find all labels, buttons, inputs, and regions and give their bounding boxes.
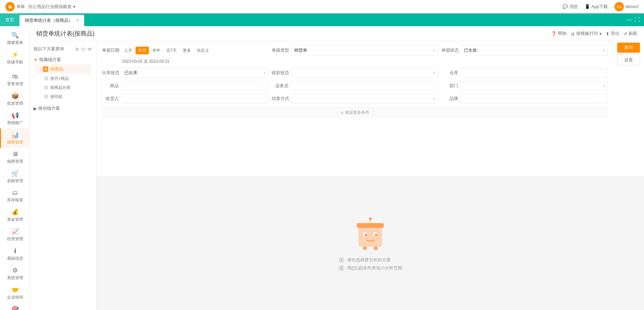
warehouse-control[interactable]: ··· <box>460 68 608 78</box>
sidebar-item-business[interactable]: 📈 经营管理 <box>0 225 29 245</box>
filter-receivestatus-field: 收款状态 ▾ <box>272 68 438 78</box>
scheme-item-driver[interactable]: 回 按司机 <box>34 92 92 101</box>
dept-control[interactable]: ▾ <box>460 81 608 91</box>
sidebar-marketing-label: 营销推广 <box>7 120 23 126</box>
scheme-category-pc-header[interactable]: ▼ 电脑端方案 <box>34 55 92 64</box>
date-label: 单据日期 <box>102 47 119 53</box>
export-button[interactable]: ⬆ 导出 <box>606 31 620 37</box>
inventory-icon: 🗂 <box>12 189 18 196</box>
tab-close-icon[interactable]: × <box>76 18 79 23</box>
help-button[interactable]: ❓ 帮助 <box>551 31 567 37</box>
date-control-group: 上月 本月 本年 近7天 更多 自定义 <box>121 47 268 54</box>
date-tab-this-year[interactable]: 本年 <box>150 47 163 54</box>
scheme-settings-icon[interactable]: ⊙ <box>81 46 85 52</box>
user-menu[interactable]: Ea demo2 <box>614 2 639 11</box>
outstatus-label: 出库状态 <box>102 70 119 76</box>
sidebar-purchase-label: 采购管理 <box>7 178 23 184</box>
logo-text: 标版 <box>17 4 25 9</box>
page-actions: ❓ 帮助 🖨 按模板打印 ▾ ⬆ 导出 ↺ 刷新 <box>551 31 637 37</box>
sidebar-item-sales[interactable]: 📊 销售管理 <box>0 128 29 148</box>
filter-brand-field: 品牌 ··· <box>441 94 608 103</box>
outstatus-arrow-icon: ▾ <box>264 71 265 75</box>
sidebar-item-quicknav[interactable]: ⚡ 快捷导航 <box>0 48 29 68</box>
hint-text-1: 请先选择要分析的方案 <box>347 257 391 263</box>
empty-state: 1 请先选择要分析的方案 2 用[过滤]条件来缩小分析范围 <box>338 215 402 271</box>
tab-home[interactable]: 首页 <box>0 13 19 26</box>
goods-control[interactable]: ··· <box>121 81 268 91</box>
tab-sales-stats[interactable]: 销货单统计表（按商品） × <box>19 15 84 26</box>
scheme-item-goods-category[interactable]: 回 按商品分类 <box>34 83 92 92</box>
doctype-control[interactable]: 销货单 ▾ <box>291 45 438 55</box>
date-tab-this-month[interactable]: 本月 <box>136 47 149 54</box>
svg-rect-11 <box>374 247 378 250</box>
receiver-control[interactable]: ··· <box>121 94 268 103</box>
avatar: Ea <box>614 2 624 11</box>
outstatus-control[interactable]: 已出库 ▾ <box>121 68 268 78</box>
refresh-button[interactable]: ↺ 刷新 <box>624 31 637 37</box>
date-tab-more[interactable]: 更多 <box>180 47 194 54</box>
filter-receiver-field: 收货人 ··· <box>102 94 268 103</box>
app-icon: 📱 <box>585 4 590 9</box>
date-tab-7days[interactable]: 近7天 <box>164 47 179 54</box>
sidebar-item-basic[interactable]: ℹ 基础信息 <box>0 245 29 264</box>
enterprise-icon: 🤝 <box>11 286 19 294</box>
sidebar-item-inventory[interactable]: 🗂 库存核算 <box>0 187 29 206</box>
message-button[interactable]: 💬 消息 <box>562 4 578 10</box>
minimize-icon[interactable]: — <box>627 17 632 23</box>
maximize-icon[interactable]: ⛶ <box>635 17 640 23</box>
sidebar-item-system[interactable]: ⚙ 系统管理 <box>0 264 29 283</box>
date-tab-custom[interactable]: 自定义 <box>194 47 212 54</box>
settle-control[interactable]: ▾ <box>291 94 438 103</box>
refresh-icon: ↺ <box>624 31 627 36</box>
username-label: demo2 <box>625 4 639 9</box>
sidebar-item-wholesale[interactable]: 📦 批发管理 <box>0 90 29 109</box>
scheme-item-month-goods[interactable]: 目 按月+商品 <box>34 74 92 83</box>
salesman-dots-icon: ··· <box>430 84 435 88</box>
scheme-item-by-goods[interactable]: 商 按商品 <box>35 64 91 74</box>
template-print-button[interactable]: 🖨 按模板打印 ▾ <box>571 31 602 37</box>
scheme-item-goods-label: 按商品 <box>50 66 63 72</box>
retail-icon: 🛍 <box>12 73 18 80</box>
sidebar-item-enterprise[interactable]: 🤝 企业协同 <box>0 283 29 303</box>
settings-button[interactable]: 设置 <box>617 55 640 65</box>
brand-control[interactable]: ··· <box>460 94 608 103</box>
category-mobile-label: 移动端方案 <box>38 105 60 111</box>
workspace-selector[interactable]: 办公用品行业模拟账套 ▾ <box>28 4 75 10</box>
receivestatus-control[interactable]: ▾ <box>291 68 438 78</box>
scheme-category-mobile-header[interactable]: ▶ 移动端方案 <box>34 104 92 113</box>
scheme-panel: 按以下方案查询 ⊕ ⊙ ≪ ▼ 电脑端方案 <box>30 41 97 310</box>
sidebar-item-retail[interactable]: 🛍 零售管理 <box>0 70 29 90</box>
dept-arrow-icon: ▾ <box>603 84 605 88</box>
date-tabs: 上月 本月 本年 近7天 更多 自定义 <box>121 47 212 54</box>
message-label: 消息 <box>569 4 578 10</box>
app-download-button[interactable]: 📱 App下载 <box>585 4 608 10</box>
workspace-name: 办公用品行业模拟账套 <box>28 4 72 10</box>
collapse-bar[interactable]: ∧ 收起更多条件 <box>102 107 608 118</box>
category-pc-label: 电脑端方案 <box>39 57 61 63</box>
outstatus-value: 已出库 <box>124 70 138 76</box>
hint-num-1: 1 <box>338 257 344 263</box>
scheme-item-goods-icon: 商 <box>43 66 48 72</box>
header-left: 畅 标版 办公用品行业模拟账套 ▾ <box>5 2 75 11</box>
sidebar-enterprise-label: 企业协同 <box>7 295 23 300</box>
scheme-sub-icon-2: 回 <box>44 85 48 91</box>
sidebar-quicknav-label: 快捷导航 <box>7 59 23 65</box>
salesman-control[interactable]: ··· <box>290 81 438 91</box>
sidebar-item-ecommerce[interactable]: 🖥 电商管理 <box>0 148 29 167</box>
wholesale-icon: 📦 <box>11 92 19 100</box>
docstatus-control[interactable]: 已生效 ▾ <box>461 45 608 55</box>
query-button[interactable]: 查询 <box>617 43 640 53</box>
date-tab-last-month[interactable]: 上月 <box>121 47 135 54</box>
receivestatus-arrow-icon: ▾ <box>433 71 435 75</box>
svg-rect-3 <box>357 223 384 228</box>
sidebar-item-search[interactable]: 🔍 搜索菜单 <box>0 29 29 48</box>
scheme-add-icon[interactable]: ⊕ <box>75 46 79 52</box>
sidebar-item-marketing[interactable]: 📢 营销推广 <box>0 109 29 128</box>
empty-hint-1: 1 请先选择要分析的方案 <box>338 257 402 263</box>
sidebar-item-purchase[interactable]: 🛒 采购管理 <box>0 167 29 187</box>
header-right: 💬 消息 📱 App下载 Ea demo2 <box>562 2 639 11</box>
filter-warehouse-field: 仓库 ··· <box>441 68 608 78</box>
sidebar-item-finance[interactable]: 💰 资金管理 <box>0 206 29 225</box>
sidebar-item-newbie[interactable]: 🎯 新手引导 <box>0 303 29 310</box>
scheme-collapse-icon[interactable]: ≪ <box>87 46 92 52</box>
